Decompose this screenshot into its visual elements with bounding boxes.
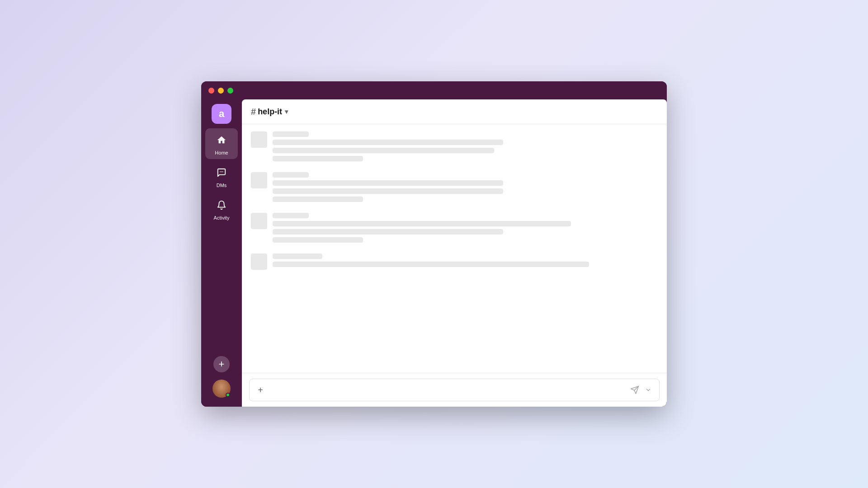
titlebar — [201, 81, 667, 99]
app-body: a Home — [201, 99, 667, 407]
hash-icon: # — [251, 107, 256, 117]
online-status-dot — [226, 393, 230, 397]
message-avatar — [251, 131, 267, 148]
channel-title[interactable]: # help-it ▾ — [251, 107, 288, 117]
message-row — [251, 253, 658, 270]
message-input-box: + — [249, 379, 660, 401]
send-button[interactable] — [628, 384, 641, 396]
input-actions — [628, 384, 654, 396]
dms-icon — [213, 164, 230, 181]
skeleton-line — [273, 156, 363, 161]
message-row — [251, 172, 658, 202]
maximize-button[interactable] — [227, 88, 233, 94]
skeleton-line — [273, 180, 503, 186]
sidebar-item-activity[interactable]: Activity — [205, 193, 238, 224]
skeleton-line — [273, 229, 503, 235]
sidebar: a Home — [201, 99, 242, 407]
channel-dropdown-icon[interactable]: ▾ — [285, 108, 288, 115]
add-button[interactable]: + — [213, 356, 230, 372]
minimize-button[interactable] — [218, 88, 224, 94]
skeleton-line — [273, 221, 571, 226]
message-avatar — [251, 172, 267, 188]
svg-point-1 — [221, 171, 222, 172]
channel-name: help-it — [258, 107, 282, 117]
message-avatar — [251, 213, 267, 229]
sidebar-item-home[interactable]: Home — [205, 128, 238, 159]
activity-label: Activity — [214, 215, 230, 221]
app-logo[interactable]: a — [212, 104, 231, 124]
dms-label: DMs — [217, 183, 227, 188]
skeleton-line — [273, 188, 503, 194]
skeleton-line — [273, 237, 363, 243]
input-area: + — [242, 373, 667, 407]
attach-button[interactable]: + — [255, 385, 266, 395]
skeleton-line — [273, 140, 503, 145]
main-content: # help-it ▾ — [242, 99, 667, 407]
svg-point-2 — [222, 171, 223, 172]
user-avatar[interactable] — [212, 380, 231, 398]
skeleton-line — [273, 213, 309, 218]
home-icon — [213, 132, 230, 148]
skeleton-line — [273, 172, 309, 178]
close-button[interactable] — [208, 88, 214, 94]
skeleton-line — [273, 253, 322, 259]
home-label: Home — [215, 150, 228, 155]
sidebar-item-dms[interactable]: DMs — [205, 161, 238, 192]
message-list — [242, 124, 667, 373]
send-dropdown-button[interactable] — [643, 385, 654, 395]
channel-header: # help-it ▾ — [242, 99, 667, 124]
skeleton-line — [273, 148, 494, 153]
svg-point-0 — [220, 171, 221, 172]
message-avatar — [251, 253, 267, 270]
message-content — [273, 253, 658, 267]
skeleton-line — [273, 131, 309, 137]
bell-icon — [213, 197, 230, 213]
app-window: a Home — [201, 81, 667, 407]
message-content — [273, 131, 658, 161]
message-content — [273, 213, 658, 243]
message-content — [273, 172, 658, 202]
message-input[interactable] — [269, 386, 625, 394]
skeleton-line — [273, 262, 589, 267]
message-row — [251, 131, 658, 161]
message-row — [251, 213, 658, 243]
skeleton-line — [273, 197, 363, 202]
